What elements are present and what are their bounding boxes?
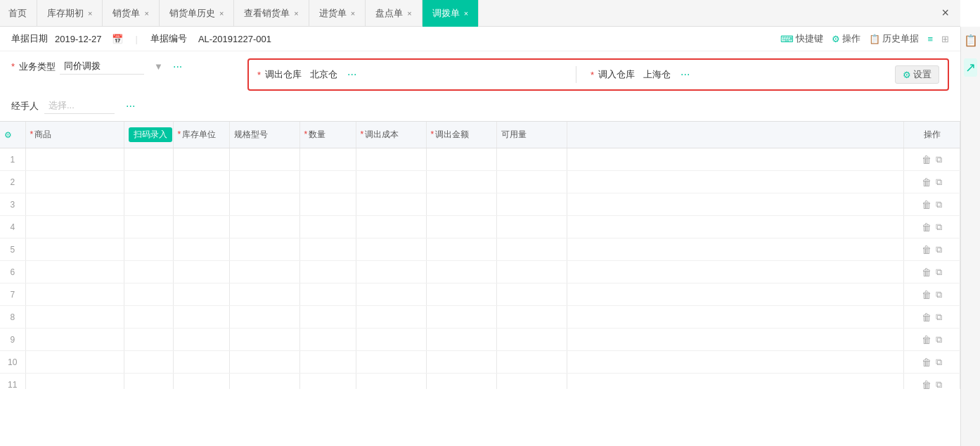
row-goods-10[interactable]: [25, 351, 124, 374]
sidebar-expand-icon[interactable]: ↗: [964, 58, 977, 77]
row-spec-4[interactable]: [229, 216, 299, 238]
delete-icon-11[interactable]: 🗑: [922, 379, 931, 390]
row-unit-2[interactable]: [173, 171, 229, 193]
tab-sales-history-close[interactable]: ×: [219, 9, 224, 18]
row-unit-5[interactable]: [173, 238, 229, 261]
row-amount-1[interactable]: [426, 148, 496, 171]
copy-icon-11[interactable]: ⧉: [936, 379, 942, 390]
close-all-tabs[interactable]: ×: [936, 6, 955, 20]
tab-sales-close[interactable]: ×: [144, 9, 148, 18]
row-amount-6[interactable]: [426, 261, 496, 283]
row-cost-8[interactable]: [356, 306, 426, 329]
row-cost-4[interactable]: [356, 216, 426, 238]
row-goods-11[interactable]: [25, 374, 124, 390]
copy-icon-3[interactable]: ⧉: [936, 199, 942, 210]
row-unit-11[interactable]: [173, 374, 229, 390]
row-qty-8[interactable]: [299, 306, 356, 329]
biz-type-value[interactable]: 同价调拨: [60, 58, 144, 75]
row-unit-7[interactable]: [173, 283, 229, 306]
biz-type-more[interactable]: ···: [173, 60, 182, 73]
row-amount-5[interactable]: [426, 238, 496, 261]
row-unit-1[interactable]: [173, 148, 229, 171]
tab-inventory-close[interactable]: ×: [407, 9, 411, 18]
row-cost-11[interactable]: [356, 374, 426, 390]
row-spec-5[interactable]: [229, 238, 299, 261]
agent-input[interactable]: 选择...: [44, 98, 115, 114]
row-unit-8[interactable]: [173, 306, 229, 329]
layout-btn2[interactable]: ⊞: [941, 34, 949, 44]
delete-icon-4[interactable]: 🗑: [922, 222, 931, 233]
delete-icon-7[interactable]: 🗑: [922, 289, 931, 300]
row-spec-9[interactable]: [229, 329, 299, 351]
row-unit-4[interactable]: [173, 216, 229, 238]
row-goods-7[interactable]: [25, 283, 124, 306]
row-goods-1[interactable]: [25, 148, 124, 171]
shortcut-btn[interactable]: ⌨ 快捷键: [780, 32, 823, 45]
ops-btn[interactable]: ⚙ 操作: [832, 32, 860, 45]
row-cost-9[interactable]: [356, 329, 426, 351]
tab-transfer-close[interactable]: ×: [464, 9, 468, 18]
row-goods-9[interactable]: [25, 329, 124, 351]
row-qty-5[interactable]: [299, 238, 356, 261]
row-goods-4[interactable]: [25, 216, 124, 238]
delete-icon-1[interactable]: 🗑: [922, 154, 931, 165]
delete-icon-5[interactable]: 🗑: [922, 244, 931, 255]
biz-type-arrow[interactable]: ▼: [154, 61, 163, 72]
row-qty-3[interactable]: [299, 193, 356, 216]
row-qty-7[interactable]: [299, 283, 356, 306]
in-wh-value[interactable]: 上海仓: [643, 68, 671, 81]
row-qty-4[interactable]: [299, 216, 356, 238]
row-unit-9[interactable]: [173, 329, 229, 351]
copy-icon-9[interactable]: ⧉: [936, 334, 942, 345]
copy-icon-8[interactable]: ⧉: [936, 312, 942, 323]
copy-icon-4[interactable]: ⧉: [936, 222, 942, 233]
delete-icon-3[interactable]: 🗑: [922, 199, 931, 210]
row-spec-8[interactable]: [229, 306, 299, 329]
form-settings-btn[interactable]: ⚙ 设置: [895, 65, 939, 84]
sidebar-doc-icon[interactable]: 📋: [964, 34, 978, 47]
tab-sales[interactable]: 销货单 ×: [103, 0, 159, 27]
tab-view-sales[interactable]: 查看销货单 ×: [234, 0, 309, 27]
tab-inventory[interactable]: 盘点单 ×: [366, 0, 422, 27]
tab-purchase[interactable]: 进货单 ×: [309, 0, 366, 27]
row-cost-6[interactable]: [356, 261, 426, 283]
out-wh-value[interactable]: 北京仓: [310, 68, 337, 81]
row-amount-3[interactable]: [426, 193, 496, 216]
delete-icon-8[interactable]: 🗑: [922, 312, 931, 323]
layout-btn1[interactable]: ≡: [927, 34, 933, 44]
row-amount-4[interactable]: [426, 216, 496, 238]
row-cost-3[interactable]: [356, 193, 426, 216]
copy-icon-5[interactable]: ⧉: [936, 244, 942, 255]
th-scan[interactable]: 扫码录入: [124, 122, 173, 148]
copy-icon-7[interactable]: ⧉: [936, 289, 942, 300]
row-amount-11[interactable]: [426, 374, 496, 390]
row-spec-10[interactable]: [229, 351, 299, 374]
delete-icon-10[interactable]: 🗑: [922, 357, 931, 368]
row-qty-9[interactable]: [299, 329, 356, 351]
th-settings[interactable]: ⚙: [0, 122, 25, 148]
in-wh-more[interactable]: ···: [681, 68, 690, 81]
copy-icon-6[interactable]: ⧉: [936, 267, 942, 278]
tab-view-sales-close[interactable]: ×: [294, 9, 298, 18]
copy-icon-2[interactable]: ⧉: [936, 177, 942, 188]
row-goods-5[interactable]: [25, 238, 124, 261]
row-spec-7[interactable]: [229, 283, 299, 306]
tab-purchase-close[interactable]: ×: [351, 9, 355, 18]
row-unit-6[interactable]: [173, 261, 229, 283]
agent-more[interactable]: ···: [126, 100, 135, 113]
row-qty-2[interactable]: [299, 171, 356, 193]
row-cost-1[interactable]: [356, 148, 426, 171]
row-amount-10[interactable]: [426, 351, 496, 374]
row-amount-8[interactable]: [426, 306, 496, 329]
tab-sales-history[interactable]: 销货单历史 ×: [160, 0, 234, 27]
tab-stock-init[interactable]: 库存期初 ×: [37, 0, 103, 27]
row-spec-11[interactable]: [229, 374, 299, 390]
delete-icon-2[interactable]: 🗑: [922, 177, 931, 188]
row-cost-5[interactable]: [356, 238, 426, 261]
row-cost-7[interactable]: [356, 283, 426, 306]
tab-stock-init-close[interactable]: ×: [88, 9, 92, 18]
row-qty-10[interactable]: [299, 351, 356, 374]
delete-icon-6[interactable]: 🗑: [922, 267, 931, 278]
copy-icon-10[interactable]: ⧉: [936, 357, 942, 368]
row-cost-2[interactable]: [356, 171, 426, 193]
